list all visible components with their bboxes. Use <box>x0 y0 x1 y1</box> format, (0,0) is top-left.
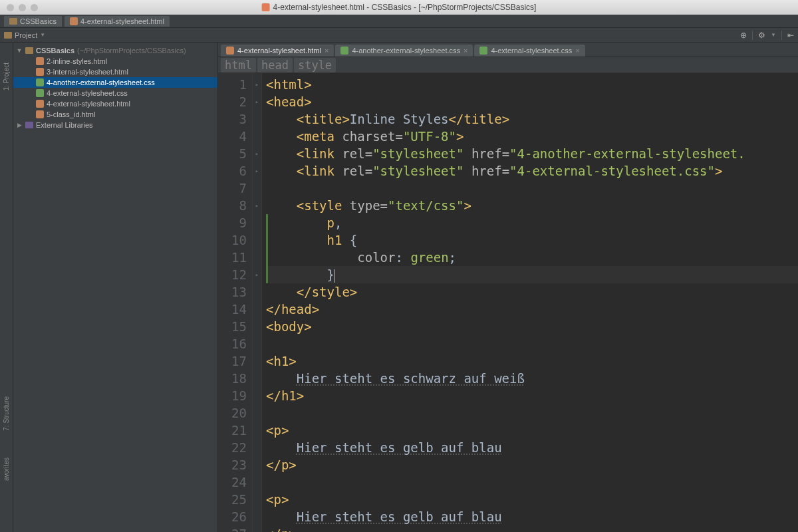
settings-gear-icon[interactable] <box>758 31 765 40</box>
folder-icon <box>9 18 17 25</box>
tool-tab-project[interactable]: 1: Project <box>3 63 10 90</box>
css-file-icon <box>340 47 348 55</box>
zoom-window-icon[interactable] <box>31 4 38 11</box>
tree-external-libraries[interactable]: ▶ External Libraries <box>13 120 217 130</box>
editor-tabs: 4-external-stylesheet.html × 4-another-e… <box>218 43 798 57</box>
editor-tab-label: 4-external-stylesheet.css <box>491 47 572 55</box>
fold-gutter[interactable]: ▸▸▸▸▸▸ <box>253 73 262 532</box>
editor: 4-external-stylesheet.html × 4-another-e… <box>218 43 798 532</box>
navigation-bar: CSSBasics 4-external-stylesheet.html <box>0 15 798 28</box>
css-file-icon <box>36 89 44 97</box>
tree-root-path: (~/PhpStormProjects/CSSBasics) <box>77 47 186 55</box>
css-file-icon <box>479 47 487 55</box>
window-titlebar: 4-external-stylesheet.html - CSSBasics -… <box>0 0 798 15</box>
html-file-icon <box>36 57 44 65</box>
minimize-window-icon[interactable] <box>19 4 26 11</box>
nav-tab-file[interactable]: 4-external-stylesheet.html <box>65 16 170 27</box>
editor-tab[interactable]: 4-external-stylesheet.html × <box>221 45 334 57</box>
dropdown-arrow-icon: ▼ <box>40 32 45 38</box>
expand-arrow-icon[interactable]: ▼ <box>16 47 23 54</box>
scroll-from-source-icon[interactable] <box>740 31 747 40</box>
breadcrumb-item[interactable]: style <box>294 58 336 72</box>
tree-file-label: 3-internal-stylesheet.html <box>47 68 128 76</box>
folder-icon <box>4 32 12 39</box>
close-tab-icon[interactable]: × <box>575 47 579 55</box>
html-file-icon <box>70 17 78 25</box>
project-view-label: Project <box>15 31 37 39</box>
tree-root-label: CSSBasics <box>36 47 74 55</box>
tree-root[interactable]: ▼ CSSBasics (~/PhpStormProjects/CSSBasic… <box>13 45 217 56</box>
breadcrumb-item[interactable]: head <box>257 58 293 72</box>
tree-file[interactable]: 4-external-stylesheet.html <box>13 98 217 109</box>
close-window-icon[interactable] <box>7 4 14 11</box>
window-title: 4-external-stylesheet.html - CSSBasics -… <box>273 3 537 12</box>
editor-tab-label: 4-external-stylesheet.html <box>237 47 321 55</box>
project-view-selector[interactable]: Project ▼ <box>4 31 45 39</box>
project-tree[interactable]: ▼ CSSBasics (~/PhpStormProjects/CSSBasic… <box>13 43 218 532</box>
css-file-icon <box>36 78 44 86</box>
folder-icon <box>25 47 33 54</box>
tree-file[interactable]: 3-internal-stylesheet.html <box>13 66 217 77</box>
close-tab-icon[interactable]: × <box>325 47 329 55</box>
html-file-icon <box>36 110 44 118</box>
breadcrumb-item[interactable]: html <box>221 58 256 72</box>
collapse-icon[interactable] <box>787 31 794 40</box>
tree-file[interactable]: 2-inline-styles.html <box>13 56 217 66</box>
html-file-icon <box>226 47 234 55</box>
breadcrumb: html head style <box>218 57 798 73</box>
code-editor[interactable]: 1234567891011121314151617181920212223242… <box>218 73 798 532</box>
editor-tab-label: 4-another-external-stylesheet.css <box>352 47 460 55</box>
nav-tab-project[interactable]: CSSBasics <box>4 16 62 27</box>
tree-file-selected[interactable]: 4-another-external-stylesheet.css <box>13 77 217 88</box>
line-number-gutter: 1234567891011121314151617181920212223242… <box>218 73 253 532</box>
nav-tab-label: 4-external-stylesheet.html <box>80 17 164 25</box>
dropdown-arrow-icon: ▼ <box>771 32 776 38</box>
tree-file-label: 4-another-external-stylesheet.css <box>47 78 155 86</box>
app-file-icon <box>262 3 270 11</box>
window-controls[interactable] <box>0 4 38 11</box>
expand-arrow-icon[interactable]: ▶ <box>16 122 23 128</box>
editor-tab[interactable]: 4-another-external-stylesheet.css × <box>335 45 473 57</box>
library-icon <box>25 122 33 128</box>
tree-file-label: 4-external-stylesheet.html <box>47 100 130 108</box>
nav-tab-label: CSSBasics <box>20 17 57 25</box>
tree-file-label: 2-inline-styles.html <box>47 57 107 65</box>
left-tool-stripe: 1: Project 7: Structure avorites <box>0 43 13 532</box>
tree-external-label: External Libraries <box>36 121 93 129</box>
tool-tab-favorites[interactable]: avorites <box>3 458 10 481</box>
html-file-icon <box>36 100 44 108</box>
tree-file-label: 5-class_id.html <box>47 110 95 118</box>
project-toolbar: Project ▼ ▼ <box>0 28 798 43</box>
html-file-icon <box>36 68 44 76</box>
tree-file[interactable]: 4-external-stylesheet.css <box>13 88 217 98</box>
editor-tab[interactable]: 4-external-stylesheet.css × <box>474 45 585 57</box>
tree-file[interactable]: 5-class_id.html <box>13 109 217 120</box>
code-content[interactable]: <html><head> <title>Inline Styles</title… <box>262 73 798 532</box>
close-tab-icon[interactable]: × <box>464 47 467 55</box>
tool-tab-structure[interactable]: 7: Structure <box>3 396 10 431</box>
tree-file-label: 4-external-stylesheet.css <box>47 89 128 97</box>
